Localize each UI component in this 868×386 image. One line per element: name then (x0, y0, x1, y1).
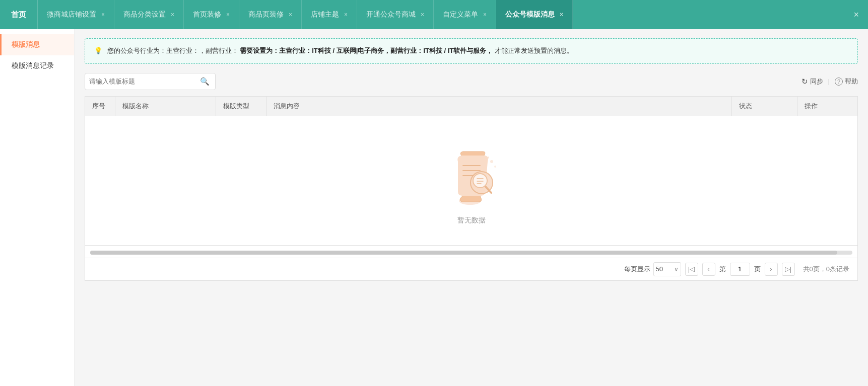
per-page-label: 每页显示 (624, 265, 650, 274)
top-navigation: 首页 微商城店铺设置 × 商品分类设置 × 首页装修 × 商品页装修 × 店铺主… (0, 0, 868, 29)
toolbar-divider: | (828, 78, 830, 85)
search-input-wrap[interactable]: 🔍 (85, 73, 216, 90)
sidebar-item-label: 模版消息 (12, 40, 40, 48)
first-page-button[interactable]: |◁ (685, 263, 698, 276)
close-tab-icon[interactable]: × (289, 11, 292, 18)
col-header-index: 序号 (85, 96, 115, 116)
nav-tab-label: 商品分类设置 (123, 10, 166, 19)
nav-tab-template-msg[interactable]: 公众号模版消息 × (496, 0, 573, 29)
content-area: 💡 您的公众号行业为：主营行业：，副营行业： 需要设置为：主营行业：IT科技 /… (75, 29, 868, 386)
sidebar-item-template-message[interactable]: 模版消息 (0, 34, 74, 55)
scrollbar-thumb[interactable] (90, 251, 837, 255)
help-button[interactable]: ? 帮助 (835, 77, 858, 86)
notice-highlight-text: 需要设置为：主营行业：IT科技 / 互联网|电子商务，副营行业：IT科技 / I… (240, 47, 493, 54)
svg-point-5 (473, 174, 487, 188)
col-header-content: 消息内容 (266, 96, 732, 116)
table-container: 序号 模版名称 模版类型 消息内容 状态 (85, 96, 858, 281)
last-page-button[interactable]: ▷| (782, 263, 795, 276)
sync-button[interactable]: ↻ 同步 (802, 77, 823, 86)
nav-tab-label: 店铺主题 (311, 10, 339, 19)
svg-point-11 (494, 166, 496, 168)
data-table: 序号 模版名称 模版类型 消息内容 状态 (85, 96, 858, 246)
notice-icon: 💡 (94, 47, 102, 54)
close-tab-icon[interactable]: × (344, 11, 348, 18)
col-header-action: 操作 (797, 96, 858, 116)
per-page-chevron-icon: ∨ (674, 266, 679, 273)
sidebar: 模版消息 模版消息记录 (0, 29, 75, 386)
empty-state: 暂无数据 (85, 116, 857, 245)
pagination: 每页显示 50 ∨ |◁ ‹ 第 页 (85, 258, 857, 280)
help-icon: ? (835, 78, 843, 86)
main-layout: 模版消息 模版消息记录 💡 您的公众号行业为：主营行业：，副营行业： 需要设置为… (0, 29, 868, 386)
col-header-status: 状态 (732, 96, 797, 116)
total-info: 共0页，0条记录 (803, 265, 849, 274)
horizontal-scrollbar[interactable] (90, 251, 852, 255)
close-tab-icon[interactable]: × (171, 11, 174, 18)
search-bar: 🔍 ↻ 同步 | ? 帮助 (85, 73, 858, 90)
sync-icon: ↻ (802, 77, 808, 86)
nav-tab-label: 微商城店铺设置 (47, 10, 96, 19)
close-tab-icon[interactable]: × (483, 11, 487, 18)
last-page-icon: ▷| (785, 265, 791, 273)
page-number-input[interactable] (730, 263, 750, 276)
page-label-after: 页 (754, 265, 761, 274)
notice-prefix-text: 您的公众号行业为：主营行业：，副营行业： (107, 47, 238, 54)
nav-tab-label: 自定义菜单 (443, 10, 478, 19)
nav-tab-label: 首页装修 (193, 10, 221, 19)
toolbar-right: ↻ 同步 | ? 帮助 (802, 77, 858, 86)
nav-tab-shop-theme[interactable]: 店铺主题 × (302, 0, 357, 29)
col-header-type: 模版类型 (216, 96, 266, 116)
search-icon[interactable]: 🔍 (200, 77, 210, 86)
nav-tab-product-decor[interactable]: 商品页装修 × (239, 0, 302, 29)
notice-box: 💡 您的公众号行业为：主营行业：，副营行业： 需要设置为：主营行业：IT科技 /… (85, 38, 858, 64)
first-page-icon: |◁ (688, 265, 695, 273)
sidebar-item-template-record[interactable]: 模版消息记录 (0, 55, 74, 76)
svg-point-12 (487, 157, 489, 159)
per-page-wrap: 每页显示 50 ∨ (624, 262, 681, 276)
close-tab-icon[interactable]: × (560, 11, 563, 18)
notice-suffix-text: 才能正常发送预置的消息。 (495, 47, 573, 54)
help-label: 帮助 (845, 77, 858, 86)
close-tab-icon[interactable]: × (101, 11, 105, 18)
svg-point-10 (490, 160, 493, 163)
sidebar-item-label: 模版消息记录 (12, 61, 54, 69)
next-page-icon: › (770, 265, 772, 273)
close-all-icon: × (853, 10, 859, 20)
empty-row: 暂无数据 (85, 116, 858, 245)
nav-home[interactable]: 首页 (0, 0, 38, 29)
prev-page-icon: ‹ (707, 265, 709, 273)
nav-home-label: 首页 (11, 10, 26, 20)
nav-tab-product-category[interactable]: 商品分类设置 × (114, 0, 184, 29)
scrollbar-area: 每页显示 50 ∨ |◁ ‹ 第 页 (85, 246, 858, 281)
nav-tab-wechat-shop[interactable]: 微商城店铺设置 × (38, 0, 114, 29)
next-page-button[interactable]: › (765, 263, 778, 276)
nav-tab-label: 公众号模版消息 (505, 10, 555, 19)
nav-tab-label: 商品页装修 (248, 10, 284, 19)
close-tab-icon[interactable]: × (421, 11, 424, 18)
nav-tab-custom-menu[interactable]: 自定义菜单 × (434, 0, 496, 29)
sync-label: 同步 (810, 77, 823, 86)
page-label-before: 第 (719, 265, 726, 274)
nav-tab-open-mall[interactable]: 开通公众号商城 × (357, 0, 434, 29)
close-tab-icon[interactable]: × (226, 11, 230, 18)
table-header-row: 序号 模版名称 模版类型 消息内容 状态 (85, 96, 858, 116)
empty-state-text: 暂无数据 (457, 216, 486, 225)
empty-state-icon (444, 146, 499, 207)
prev-page-button[interactable]: ‹ (702, 263, 715, 276)
close-all-button[interactable]: × (844, 0, 868, 29)
per-page-value: 50 (656, 265, 663, 273)
nav-tab-label: 开通公众号商城 (366, 10, 416, 19)
search-input[interactable] (89, 78, 200, 85)
per-page-select[interactable]: 50 ∨ (653, 262, 681, 276)
col-header-name: 模版名称 (115, 96, 216, 116)
nav-tab-home-decor[interactable]: 首页装修 × (184, 0, 239, 29)
